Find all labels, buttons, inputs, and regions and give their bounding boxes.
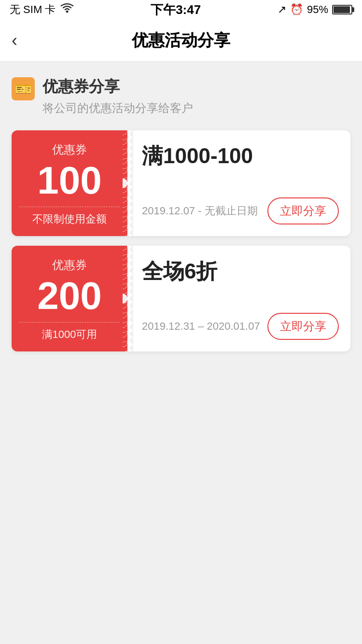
wifi-icon xyxy=(60,3,74,16)
section-icon: 🎫 xyxy=(12,77,35,100)
section-header: 🎫 优惠券分享 将公司的优惠活动分享给客户 xyxy=(0,62,362,126)
coupon-card-1: 优惠券 100 不限制使用金额 满1000-100 2019.12.07 - 无… xyxy=(12,130,350,236)
nav-bar: ‹ 优惠活动分享 xyxy=(0,19,362,62)
coupon-right-2: 全场6折 2019.12.31 – 2020.01.07 立即分享 xyxy=(127,246,350,351)
coupon-date-2: 2019.12.31 – 2020.01.07 xyxy=(142,319,262,334)
coupon-title-1: 满1000-100 xyxy=(142,142,339,170)
coupon-footer-2: 2019.12.31 – 2020.01.07 立即分享 xyxy=(142,313,339,340)
page-title: 优惠活动分享 xyxy=(132,29,230,52)
battery-icon xyxy=(332,5,352,14)
coupon-label-1: 优惠券 xyxy=(52,142,87,157)
status-right: ↗ ⏰ 95% xyxy=(278,3,352,16)
coupon-divider-2 xyxy=(19,322,120,322)
coupon-title-2: 全场6折 xyxy=(142,257,339,286)
status-bar: 无 SIM 卡 下午3:47 ↗ ⏰ 95% xyxy=(0,0,362,19)
battery-percent: 95% xyxy=(307,3,328,16)
coupon-left-1: 优惠券 100 不限制使用金额 xyxy=(12,130,127,236)
section-title: 优惠券分享 xyxy=(42,76,350,98)
coupon-footer-1: 2019.12.07 - 无截止日期 立即分享 xyxy=(142,197,339,224)
zigzag-1 xyxy=(126,130,133,236)
coupon-condition-2: 满1000可用 xyxy=(42,327,97,342)
coupon-amount-2: 200 xyxy=(37,277,101,315)
section-text: 优惠券分享 将公司的优惠活动分享给客户 xyxy=(42,76,350,116)
status-time: 下午3:47 xyxy=(151,1,201,18)
coupon-card-2: 优惠券 200 满1000可用 全场6折 2019.12.31 – 2020.0… xyxy=(12,246,350,351)
coupon-label-2: 优惠券 xyxy=(52,257,87,273)
empty-area xyxy=(0,361,362,631)
coupon-list: 优惠券 100 不限制使用金额 满1000-100 2019.12.07 - 无… xyxy=(0,126,362,361)
coupon-divider-1 xyxy=(19,207,120,207)
back-button[interactable]: ‹ xyxy=(12,30,17,51)
carrier-text: 无 SIM 卡 xyxy=(10,2,56,17)
coupon-left-2: 优惠券 200 满1000可用 xyxy=(12,246,127,351)
coupon-condition-1: 不限制使用金额 xyxy=(32,212,107,226)
coupon-date-1: 2019.12.07 - 无截止日期 xyxy=(142,204,262,219)
share-button-2[interactable]: 立即分享 xyxy=(267,313,339,340)
svg-point-0 xyxy=(66,11,69,13)
zigzag-2 xyxy=(126,246,133,351)
share-button-1[interactable]: 立即分享 xyxy=(267,197,339,224)
section-subtitle: 将公司的优惠活动分享给客户 xyxy=(42,100,350,116)
alarm-icon: ⏰ xyxy=(290,3,303,16)
coupon-right-1: 满1000-100 2019.12.07 - 无截止日期 立即分享 xyxy=(127,130,350,236)
location-icon: ↗ xyxy=(278,3,286,16)
coupon-amount-1: 100 xyxy=(37,161,101,200)
status-left: 无 SIM 卡 xyxy=(10,2,74,17)
